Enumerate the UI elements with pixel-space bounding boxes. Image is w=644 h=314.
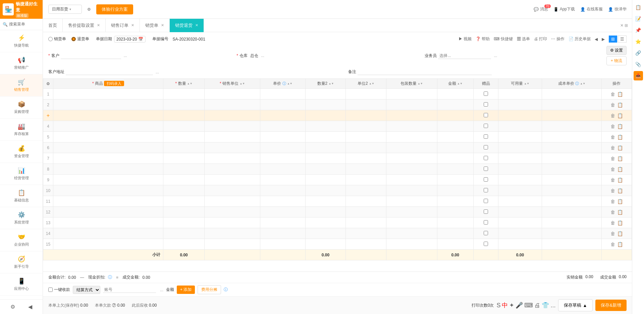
delete-icon-9[interactable]: 🗑 bbox=[610, 177, 615, 183]
cell-amount-6[interactable] bbox=[437, 142, 474, 153]
cell-package-qty-11[interactable] bbox=[386, 196, 437, 207]
cell-sale-unit-10[interactable] bbox=[205, 185, 260, 196]
cell-qty2-3[interactable] bbox=[305, 110, 346, 121]
cell-cost-price-6[interactable] bbox=[542, 142, 602, 153]
cell-package-qty-15[interactable] bbox=[386, 239, 437, 250]
cell-amount-15[interactable] bbox=[437, 239, 474, 250]
cell-sale-unit-15[interactable] bbox=[205, 239, 260, 250]
copy-icon-3[interactable]: 📋 bbox=[617, 113, 623, 118]
delete-icon-12[interactable]: 🗑 bbox=[610, 209, 615, 215]
cell-qty2-11[interactable] bbox=[305, 196, 346, 207]
add-row-icon[interactable]: + bbox=[47, 113, 50, 118]
cell-available-14[interactable] bbox=[498, 228, 542, 239]
cell-unit2-14[interactable] bbox=[346, 228, 386, 239]
cell-package-qty-8[interactable] bbox=[386, 164, 437, 175]
cell-amount-1[interactable] bbox=[437, 89, 474, 100]
cell-package-qty-12[interactable] bbox=[386, 207, 437, 217]
cell-qty-10[interactable] bbox=[163, 185, 205, 196]
date-picker[interactable]: 2023-03-20 📅 bbox=[114, 36, 146, 43]
delete-icon-3[interactable]: 🗑 bbox=[610, 113, 615, 118]
cell-qty2-1[interactable] bbox=[305, 89, 346, 100]
cell-sale-unit-3[interactable] bbox=[205, 110, 260, 121]
cell-qty-15[interactable] bbox=[163, 239, 205, 250]
cell-cost-price-11[interactable] bbox=[542, 196, 602, 207]
gift-checkbox-15[interactable] bbox=[484, 242, 488, 246]
cell-available-8[interactable] bbox=[498, 164, 542, 175]
cell-unit-price-8[interactable] bbox=[260, 164, 305, 175]
one-click-collect-input[interactable] bbox=[48, 288, 53, 292]
cell-unit2-7[interactable] bbox=[346, 153, 386, 164]
cell-cost-price-15[interactable] bbox=[542, 239, 602, 250]
save-draft-button[interactable]: 保存草稿 ▲ bbox=[558, 299, 593, 311]
message-button[interactable]: 💬 消息 70 bbox=[534, 6, 548, 12]
cell-unit2-12[interactable] bbox=[346, 207, 386, 217]
cell-sale-unit-1[interactable] bbox=[205, 89, 260, 100]
copy-icon-11[interactable]: 📋 bbox=[617, 199, 623, 204]
cell-cost-price-9[interactable] bbox=[542, 175, 602, 185]
cell-package-qty-4[interactable] bbox=[386, 121, 437, 132]
cell-product-10[interactable] bbox=[53, 185, 163, 196]
cell-unit2-11[interactable] bbox=[346, 196, 386, 207]
sidebar-item-shortcut[interactable]: ⚡ 快捷导航 bbox=[0, 30, 43, 52]
cell-qty2-15[interactable] bbox=[305, 239, 346, 250]
cell-product-1[interactable] bbox=[53, 89, 163, 100]
cell-gift-13[interactable] bbox=[474, 217, 498, 228]
cell-available-2[interactable] bbox=[498, 100, 542, 110]
th-settings[interactable]: ⚙ bbox=[43, 79, 53, 89]
cell-product-12[interactable] bbox=[53, 207, 163, 217]
cell-unit-price-9[interactable] bbox=[260, 175, 305, 185]
delete-icon-1[interactable]: 🗑 bbox=[610, 91, 615, 97]
gift-checkbox-9[interactable] bbox=[484, 177, 488, 182]
toolbar-history[interactable]: 📄 历史单据 bbox=[569, 36, 591, 42]
cell-gift-1[interactable] bbox=[474, 89, 498, 100]
cell-product-15[interactable] bbox=[53, 239, 163, 250]
unit2-sort-icon[interactable]: ▲▼ bbox=[369, 82, 374, 85]
warehouse-dots[interactable]: ... bbox=[261, 53, 264, 58]
cell-package-qty-7[interactable] bbox=[386, 153, 437, 164]
sidebar-item-guide[interactable]: 🧭 新手引导 bbox=[0, 251, 43, 273]
available-sort-icon[interactable]: ▲▼ bbox=[524, 82, 529, 85]
qty2-sort-icon[interactable]: ▲▼ bbox=[329, 82, 334, 85]
account-input[interactable] bbox=[103, 287, 156, 293]
cell-amount-8[interactable] bbox=[437, 164, 474, 175]
cell-product-11[interactable] bbox=[53, 196, 163, 207]
copy-icon-10[interactable]: 📋 bbox=[617, 188, 623, 193]
collapse-sidebar-icon[interactable]: ◀ bbox=[28, 304, 32, 310]
tab-sale-return-close[interactable]: ✕ bbox=[195, 23, 198, 27]
cell-qty2-2[interactable] bbox=[305, 100, 346, 110]
product-input-active[interactable] bbox=[55, 113, 161, 118]
cell-gift-2[interactable] bbox=[474, 100, 498, 110]
unit-sort-icon[interactable]: ▲▼ bbox=[239, 82, 245, 85]
toolbar-print[interactable]: 🖨 打印 bbox=[534, 36, 547, 42]
cell-package-qty-1[interactable] bbox=[386, 89, 437, 100]
cell-cost-price-2[interactable] bbox=[542, 100, 602, 110]
cell-product-5[interactable] bbox=[53, 132, 163, 142]
address-dots[interactable]: ... bbox=[156, 70, 159, 74]
cell-product-13[interactable] bbox=[53, 217, 163, 228]
delete-icon-15[interactable]: 🗑 bbox=[610, 242, 615, 247]
rs-icon-1[interactable]: 📋 bbox=[634, 3, 643, 12]
cell-qty-6[interactable] bbox=[163, 142, 205, 153]
cell-qty-9[interactable] bbox=[163, 175, 205, 185]
cell-sale-unit-8[interactable] bbox=[205, 164, 260, 175]
gift-checkbox-3[interactable] bbox=[484, 113, 488, 117]
cell-cost-price-12[interactable] bbox=[542, 207, 602, 217]
cell-qty-1[interactable] bbox=[163, 89, 205, 100]
cell-unit-price-12[interactable] bbox=[260, 207, 305, 217]
cell-qty2-12[interactable] bbox=[305, 207, 346, 217]
salesperson-dots[interactable]: ... bbox=[494, 53, 497, 58]
tab-sale-out[interactable]: 销货单 ✕ bbox=[140, 19, 170, 32]
gift-checkbox-12[interactable] bbox=[484, 209, 488, 214]
delete-icon-11[interactable]: 🗑 bbox=[610, 199, 615, 204]
split-info-icon[interactable]: ⓘ bbox=[224, 287, 228, 293]
amount-sort-icon[interactable]: ▲▼ bbox=[457, 82, 463, 85]
cell-qty-4[interactable] bbox=[163, 121, 205, 132]
search-menu[interactable]: 🔍 搜索菜单 bbox=[0, 19, 43, 30]
cell-available-7[interactable] bbox=[498, 153, 542, 164]
cell-cost-price-13[interactable] bbox=[542, 217, 602, 228]
settings-button[interactable]: ⚙ 设置 bbox=[606, 46, 627, 55]
sidebar-item-system[interactable]: ⚙️ 系统管理 bbox=[0, 207, 43, 229]
cell-unit-price-13[interactable] bbox=[260, 217, 305, 228]
cell-available-15[interactable] bbox=[498, 239, 542, 250]
cell-available-4[interactable] bbox=[498, 121, 542, 132]
